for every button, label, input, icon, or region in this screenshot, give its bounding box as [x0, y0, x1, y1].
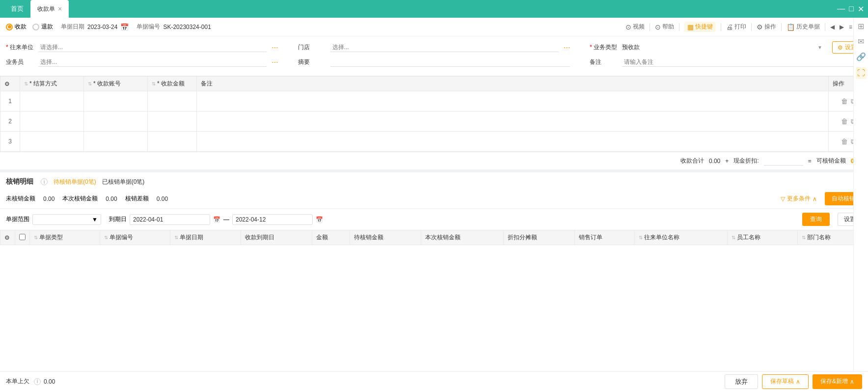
- remark-input-3[interactable]: [197, 132, 828, 151]
- settlement-input-1[interactable]: [20, 92, 83, 111]
- partner-input[interactable]: [38, 43, 267, 52]
- table-panel-icon[interactable]: ⊞: [858, 22, 864, 31]
- date-range-field: 到期日 📅 — 📅: [109, 214, 323, 225]
- more-conditions-btn[interactable]: ▽ 更多条件 ∧: [781, 195, 817, 203]
- delete-icon-2[interactable]: 🗑: [841, 117, 848, 125]
- settlement-cell-1: [20, 91, 84, 112]
- tab-home[interactable]: 首页: [4, 0, 30, 18]
- list-view[interactable]: ≡: [849, 24, 852, 30]
- save-new-button[interactable]: 保存&新增 ∧: [813, 374, 862, 389]
- divider-6: [825, 23, 825, 31]
- remark-input-2[interactable]: [197, 112, 828, 131]
- close-icon[interactable]: ✕: [858, 4, 864, 14]
- table-row: 1 🗑 ⧉: [0, 91, 868, 112]
- gear-icon[interactable]: ⚙: [4, 81, 10, 87]
- nav-next[interactable]: ▶: [840, 24, 844, 30]
- employee-label: 业务员: [6, 58, 35, 66]
- calendar-to-icon[interactable]: 📅: [316, 216, 323, 223]
- help-btn[interactable]: ⊙ 帮助: [655, 23, 674, 31]
- amount-input-2[interactable]: [148, 112, 196, 131]
- verification-info-icon[interactable]: i: [41, 178, 48, 185]
- partner-label: 往来单位: [6, 43, 35, 52]
- total-label: 收款合计: [680, 157, 704, 165]
- account-cell-3: [84, 132, 148, 152]
- remark-label: 备注: [590, 58, 619, 66]
- operation-btn[interactable]: ⚙ 操作: [757, 23, 776, 31]
- tab-close-icon[interactable]: ×: [58, 5, 62, 13]
- print-btn[interactable]: 🖨 打印: [726, 23, 746, 31]
- receipt-radio[interactable]: 收款: [6, 23, 27, 31]
- business-type-dropdown-icon[interactable]: ▼: [817, 45, 822, 50]
- refund-radio[interactable]: 退款: [32, 23, 53, 31]
- account-input-1[interactable]: [84, 92, 147, 111]
- select-all-checkbox[interactable]: [19, 234, 26, 240]
- quota-value: 0.00: [44, 378, 55, 385]
- account-input-2[interactable]: [84, 112, 147, 131]
- amount-input-3[interactable]: [148, 132, 196, 151]
- business-type-field: 业务类型 预收款 ▼ ⚙ 设置: [590, 41, 862, 54]
- sort-icon: ⇅: [88, 81, 92, 86]
- remark-cell-1: [197, 91, 829, 112]
- account-input-3[interactable]: [84, 132, 147, 151]
- summary-field: 摘要: [298, 57, 570, 67]
- search-button[interactable]: 查询: [802, 213, 830, 226]
- settlement-input-3[interactable]: [20, 132, 83, 151]
- divider-3: [721, 23, 721, 31]
- equals-symbol: =: [808, 158, 812, 165]
- store-more-icon[interactable]: ···: [564, 43, 570, 52]
- due-date-label: 到期日: [109, 215, 127, 223]
- link-panel-icon[interactable]: 🔗: [856, 52, 866, 61]
- abandon-button[interactable]: 放弃: [725, 374, 758, 389]
- filter-icon: ▽: [781, 196, 785, 202]
- diff-label: 核销差额: [125, 195, 149, 203]
- minimize-icon[interactable]: —: [837, 4, 845, 14]
- history-btn[interactable]: 📋 历史单据: [787, 23, 820, 31]
- pending-tab[interactable]: 待核销单据(0笔): [54, 178, 96, 186]
- quota-info-icon[interactable]: i: [34, 378, 41, 385]
- date-field: 单据日期 2023-03-24 📅: [61, 23, 129, 31]
- calendar-from-icon[interactable]: 📅: [213, 216, 220, 223]
- calendar-icon[interactable]: 📅: [120, 23, 129, 31]
- unverified-label: 未核销金额: [6, 195, 35, 203]
- th-sales-order: 销售订单: [574, 230, 634, 245]
- nav-prev[interactable]: ◀: [830, 24, 835, 30]
- shortcut-btn[interactable]: ▦ 快捷键: [684, 22, 716, 32]
- toolbar: 收款 退款 单据日期 2023-03-24 📅 单据编号 SK-20230324…: [0, 18, 868, 36]
- settlement-input-2[interactable]: [20, 112, 83, 131]
- draft-dropdown-icon[interactable]: ∧: [796, 378, 800, 385]
- business-type-label: 业务类型: [590, 43, 619, 52]
- tab-active[interactable]: 收款单 ×: [30, 0, 69, 18]
- remark-cell-2: [197, 112, 829, 132]
- account-cell-1: [84, 91, 148, 112]
- th-due-date: 收款到期日: [241, 230, 312, 245]
- th-settlement: ⇅ * 结算方式: [20, 77, 84, 91]
- summary-input[interactable]: [330, 57, 570, 67]
- date-from-input[interactable]: [130, 214, 210, 225]
- save-dropdown-icon[interactable]: ∧: [850, 378, 854, 385]
- screenshot-panel-icon[interactable]: ⛶: [856, 67, 867, 79]
- date-to-input[interactable]: [232, 214, 313, 225]
- range-field: 单据范围 ▼: [6, 214, 101, 225]
- th-discount: 折扣分摊额: [503, 230, 574, 245]
- remark-input[interactable]: [622, 57, 862, 67]
- employee-more-icon[interactable]: ···: [271, 58, 278, 67]
- mail-panel-icon[interactable]: ✉: [858, 37, 864, 46]
- help-icon: ⊙: [655, 23, 661, 31]
- maximize-icon[interactable]: □: [849, 4, 854, 14]
- delete-icon-3[interactable]: 🗑: [841, 138, 848, 145]
- amount-cell-2: [148, 112, 197, 132]
- amount-input-1[interactable]: [148, 92, 196, 111]
- range-select[interactable]: ▼: [32, 214, 101, 225]
- video-btn[interactable]: ⊙ 视频: [625, 23, 645, 31]
- gear-icon-2[interactable]: ⚙: [4, 234, 10, 241]
- discount-input[interactable]: [764, 156, 803, 166]
- partner-more-icon[interactable]: ···: [271, 43, 278, 52]
- employee-input[interactable]: [38, 57, 267, 67]
- delete-icon-1[interactable]: 🗑: [841, 97, 848, 105]
- draft-button[interactable]: 保存草稿 ∧: [762, 374, 809, 389]
- store-input[interactable]: [330, 43, 559, 52]
- date-value: 2023-03-24: [87, 24, 117, 30]
- remark-input-1[interactable]: [197, 92, 828, 111]
- done-tab[interactable]: 已核销单据(0笔): [102, 178, 145, 186]
- verification-table: ⚙ ⇅ 单据类型 ⇅ 单据编号: [0, 230, 868, 245]
